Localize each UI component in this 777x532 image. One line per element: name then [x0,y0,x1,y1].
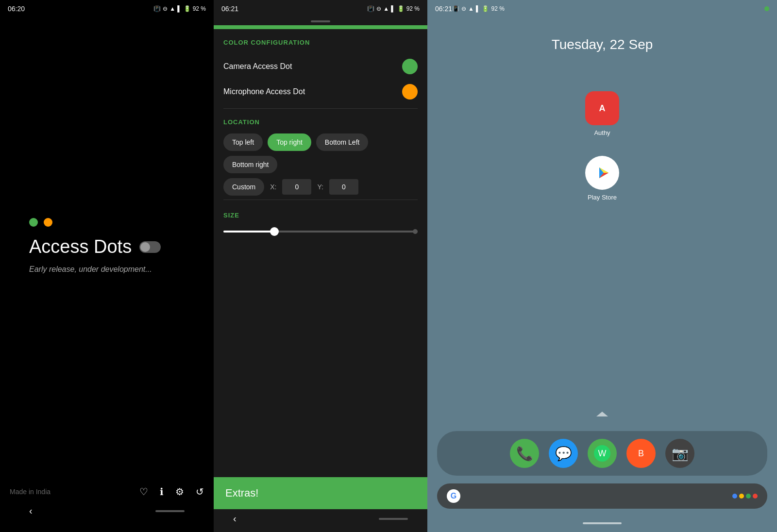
status-icons-2: 📳 ⊖ ▲ ▌ 🔋 92 % [367,5,420,12]
btn-top-right[interactable]: Top right [268,133,311,151]
color-config-title: COLOR CONFIGURATION [223,39,418,46]
green-header-bar [214,25,427,29]
master-toggle[interactable] [139,241,161,253]
mic-color-swatch[interactable] [402,84,418,100]
play-store-icon[interactable] [585,156,619,190]
dnd-icon-3: ⊖ [461,5,466,12]
nav-bar-2: ‹ [214,509,427,532]
battery-icon-3: 🔋 [482,5,489,12]
extras-bar[interactable]: Extras! [214,477,427,509]
location-section: LOCATION Top left Top right Bottom Left … [223,118,418,196]
btn-custom[interactable]: Custom [223,178,264,196]
status-bar-1: 06:20 📳 ⊖ ▲ ▌ 🔋 92 % [0,0,214,17]
dot-yellow [739,494,744,499]
settings-icon[interactable]: ⚙ [175,486,184,498]
x-label: X: [270,183,276,191]
back-chevron-1[interactable]: ‹ [29,505,33,516]
drag-handle[interactable] [311,20,330,22]
time-1: 06:20 [8,5,25,13]
phone-app-icon[interactable]: 📞 [510,439,539,468]
btn-top-left[interactable]: Top left [223,133,263,151]
mic-dot-row: Microphone Access Dot [223,79,418,104]
google-dots [732,494,758,499]
nav-pill-2 [379,518,408,520]
svg-text:B: B [638,449,644,458]
battery-icon-2: 🔋 [397,5,405,12]
battery-pct-1: 92 % [193,5,206,12]
play-store-label: Play Store [588,194,617,201]
y-input[interactable] [329,179,358,195]
nav-bar-1: ‹ [10,501,204,524]
bottom-dock: 📞 💬 W B 📷 [437,431,767,476]
size-slider-end-dot [413,229,418,234]
whatsapp-svg: W [593,445,611,462]
app-title: Access Dots [29,236,132,257]
camera-icon-symbol: 📷 [672,446,689,462]
status-bar-2: 06:21 📳 ⊖ ▲ ▌ 🔋 92 % [214,0,427,17]
wifi-icon-3: ▲ [468,5,474,12]
location-buttons: Top left Top right Bottom Left Bottom ri… [223,133,418,173]
nav-pill-1 [155,510,185,512]
battery-pct-2: 92 % [406,5,420,12]
swipe-up-chevron [596,412,608,416]
camera-dot-row: Camera Access Dot [223,54,418,79]
status-icons-1: 📳 ⊖ ▲ ▌ 🔋 92 % [153,5,206,12]
svg-text:A: A [599,103,606,113]
vibrate-icon-2: 📳 [367,5,374,12]
indicator-dots [29,218,185,227]
play-store-svg [592,163,612,183]
btn-bottom-left[interactable]: Bottom Left [316,133,369,151]
panel-settings: 06:21 📳 ⊖ ▲ ▌ 🔋 92 % COLOR CONFIGURATION… [214,0,427,532]
panel-home: 06:21 📳 ⊖ ▲ ▌ 🔋 92 % Tuesday, 22 Sep A A… [427,0,777,532]
size-title: SIZE [223,212,418,219]
x-input[interactable] [282,179,311,195]
battery-pct-3: 92 % [491,5,504,12]
home-content: A Authy Play Store [427,82,777,431]
back-chevron-2[interactable]: ‹ [233,513,236,524]
green-status-dot [764,6,769,11]
made-in-india: Made in India [10,488,51,496]
size-slider-fill [223,231,272,233]
settings-content: COLOR CONFIGURATION Camera Access Dot Mi… [214,29,427,477]
dot-blue [732,494,737,499]
authy-group: A Authy [585,91,619,136]
camera-dot-label: Camera Access Dot [223,62,292,71]
mic-dot-label: Microphone Access Dot [223,87,305,96]
history-icon[interactable]: ↺ [196,486,204,498]
favorite-icon[interactable]: ♡ [139,486,148,498]
svg-text:W: W [598,449,607,458]
authy-icon[interactable]: A [585,91,619,125]
signal-icon-3: ▌ [476,5,480,12]
orange-indicator-dot [44,218,52,227]
camera-app-icon[interactable]: 📷 [665,439,694,468]
brave-app-icon[interactable]: B [626,439,656,468]
panel-access-dots: 06:20 📳 ⊖ ▲ ▌ 🔋 92 % Access Dots Early r… [0,0,214,532]
playstore-group: Play Store [585,156,619,201]
brave-svg: B [632,445,650,462]
extras-label: Extras! [225,487,258,499]
signal-icon-2: ▌ [391,5,395,12]
size-slider-track [223,231,418,233]
search-bar[interactable]: G [437,483,767,509]
phone-icon-symbol: 📞 [516,446,533,462]
size-section: SIZE [223,212,418,236]
green-indicator-dot [29,218,38,227]
btn-bottom-right[interactable]: Bottom right [223,156,277,173]
wifi-icon-2: ▲ [383,5,389,12]
vibrate-icon: 📳 [153,5,161,12]
dnd-icon-2: ⊖ [376,5,381,12]
bottom-icons: ♡ ℹ ⚙ ↺ [139,486,204,498]
signal-icon: ▌ [177,5,182,12]
toggle-knob [140,242,150,252]
camera-color-swatch[interactable] [402,59,418,74]
time-3: 06:21 [435,5,452,13]
info-icon[interactable]: ℹ [160,486,164,498]
messages-app-icon[interactable]: 💬 [549,439,578,468]
divider-2 [223,200,418,200]
date-display: Tuesday, 22 Sep [427,37,777,52]
app-title-row: Access Dots [29,236,185,257]
size-slider-thumb[interactable] [270,227,279,236]
whatsapp-app-icon[interactable]: W [588,439,617,468]
size-slider-container [223,227,418,236]
nav-bar-3 [427,518,777,532]
